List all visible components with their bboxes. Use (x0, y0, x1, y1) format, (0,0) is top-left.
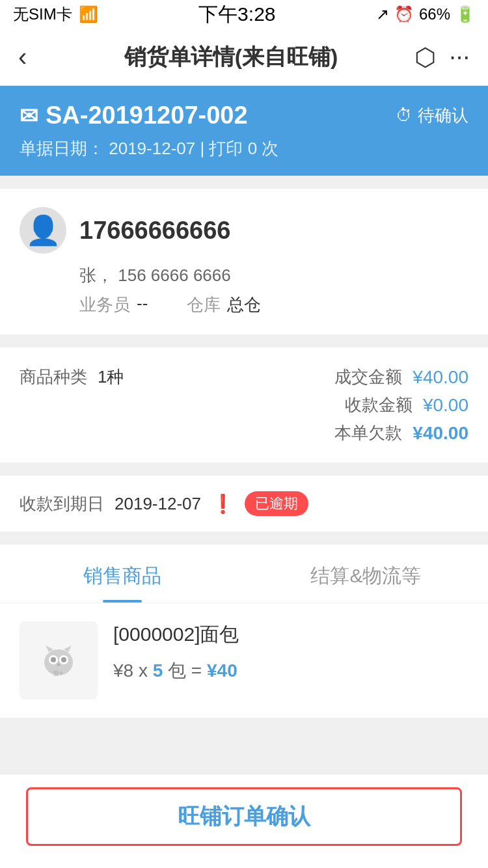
unit-price: ¥8 (113, 660, 133, 681)
warehouse-label: 仓库 (187, 293, 221, 316)
confirm-button-label: 旺铺订单确认 (178, 802, 310, 832)
product-unit: 包 (168, 660, 186, 681)
status-text: 待确认 (418, 104, 468, 127)
product-type-row: 商品种类 1种 (20, 366, 124, 388)
tab-products[interactable]: 销售商品 (0, 545, 244, 603)
svg-point-4 (61, 657, 66, 662)
order-status-badge: ⏱ 待确认 (396, 104, 468, 127)
customer-name-phone: 张， 156 6666 6666 (20, 264, 468, 287)
order-header-card: ✉ SA-20191207-002 ⏱ 待确认 单据日期： 2019-12-07… (0, 86, 488, 176)
overdue-badge: 已逾期 (245, 491, 308, 516)
product-type-label: 商品种类 (20, 366, 87, 388)
product-qty: 5 (153, 660, 163, 681)
status-bar: 无SIM卡 📶 下午3:28 ↗ ⏰ 66% 🔋 (0, 0, 488, 29)
status-bar-left: 无SIM卡 📶 (13, 4, 98, 25)
product-type-value: 1种 (98, 366, 124, 388)
tab-settlement[interactable]: 结算&物流等 (244, 545, 488, 603)
product-thumbnail: 管+ (20, 621, 98, 699)
svg-text:管+: 管+ (53, 670, 63, 677)
customer-name-text: 张 (79, 265, 96, 285)
order-id-text: SA-20191207-002 (46, 102, 248, 129)
due-date-value: 2019-12-07 (115, 494, 201, 514)
order-date-row: 单据日期： 2019-12-07 | 打印 0 次 (20, 137, 468, 160)
owed-label: 本单欠款 (334, 422, 402, 444)
customer-row: 👤 17666666666 (20, 207, 468, 254)
date-label: 单据日期： (20, 139, 104, 158)
received-row: 收款金额 ¥0.00 (334, 394, 468, 416)
product-total: ¥40 (207, 660, 237, 681)
product-name: [0000002]面包 (113, 621, 468, 648)
warehouse-value: 总仓 (227, 293, 261, 316)
tab-products-label: 销售商品 (83, 565, 161, 586)
product-price-row: ¥8 x 5 包 = ¥40 (113, 658, 468, 683)
back-button[interactable]: ‹ (18, 42, 57, 72)
avatar-icon: 👤 (25, 213, 61, 247)
summary-row: 商品种类 1种 成交金额 ¥40.00 收款金额 ¥0.00 本单欠款 ¥40.… (20, 366, 468, 444)
alarm-icon: ⏰ (394, 5, 414, 23)
battery-icon: 🔋 (455, 5, 475, 23)
more-icon[interactable]: ··· (449, 43, 470, 71)
amount-label: 成交金额 (334, 366, 402, 388)
confirm-order-button[interactable]: 旺铺订单确认 (26, 787, 462, 846)
customer-phone: 17666666666 (79, 217, 230, 245)
tab-settlement-label: 结算&物流等 (310, 565, 421, 586)
warehouse-item: 仓库 总仓 (187, 293, 261, 316)
received-label: 收款金额 (345, 394, 413, 416)
share-icon[interactable]: ⬡ (414, 43, 436, 72)
due-date-section: 收款到期日 2019-12-07 ❗ 已逾期 (0, 476, 488, 532)
bottom-bar: 旺铺订单确认 (0, 774, 488, 868)
customer-meta: 业务员 -- 仓库 总仓 (20, 293, 468, 316)
product-thumb-owl-icon: 管+ (39, 643, 78, 679)
summary-right: 成交金额 ¥40.00 收款金额 ¥0.00 本单欠款 ¥40.00 (334, 366, 468, 444)
status-bar-right: ↗ ⏰ 66% 🔋 (376, 5, 475, 23)
customer-phone-text: 156 6666 6666 (118, 265, 231, 285)
summary-section: 商品种类 1种 成交金额 ¥40.00 收款金额 ¥0.00 本单欠款 ¥40.… (0, 347, 488, 463)
battery-text: 66% (419, 5, 450, 23)
received-value: ¥0.00 (423, 395, 468, 416)
wifi-icon: 📶 (79, 5, 98, 23)
nav-bar: ‹ 销货单详情(来自旺铺) ⬡ ··· (0, 29, 488, 86)
location-icon: ↗ (376, 5, 389, 23)
amount-row: 成交金额 ¥40.00 (334, 366, 468, 388)
tabs-section: 销售商品 结算&物流等 (0, 545, 488, 603)
product-info: [0000002]面包 ¥8 x 5 包 = ¥40 (113, 621, 468, 683)
mail-icon: ✉ (20, 103, 38, 129)
carrier-text: 无SIM卡 (13, 4, 72, 25)
product-item: 管+ [0000002]面包 ¥8 x 5 包 = ¥40 (20, 621, 468, 699)
owed-row: 本单欠款 ¥40.00 (334, 422, 468, 444)
amount-value: ¥40.00 (413, 367, 468, 388)
sales-label: 业务员 (79, 293, 130, 316)
product-section: 管+ [0000002]面包 ¥8 x 5 包 = ¥40 (0, 603, 488, 718)
status-clock-icon: ⏱ (396, 105, 413, 126)
svg-point-3 (51, 657, 56, 662)
status-bar-time: 下午3:28 (198, 1, 275, 28)
page-title: 销货单详情(来自旺铺) (57, 42, 405, 72)
order-id: ✉ SA-20191207-002 (20, 102, 248, 129)
print-info: | 打印 0 次 (200, 139, 278, 158)
nav-right-actions: ⬡ ··· (405, 43, 470, 72)
sales-item: 业务员 -- (79, 293, 148, 316)
sales-value: -- (137, 293, 148, 316)
multiply-sign: x (139, 660, 153, 681)
customer-section: 👤 17666666666 张， 156 6666 6666 业务员 -- 仓库… (0, 189, 488, 334)
equals-sign: = (191, 660, 207, 681)
owed-value: ¥40.00 (413, 423, 468, 444)
overdue-icon: ❗ (211, 493, 234, 515)
date-value: 2019-12-07 (109, 139, 195, 158)
due-date-label: 收款到期日 (20, 493, 104, 515)
avatar: 👤 (20, 207, 66, 254)
